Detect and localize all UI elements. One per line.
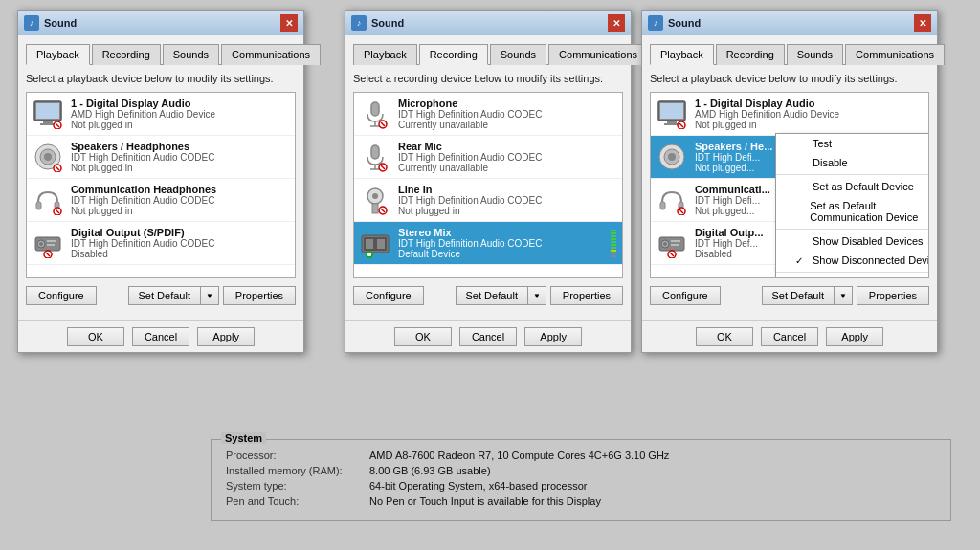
configure-button-3[interactable]: Configure: [650, 286, 721, 305]
device-item[interactable]: 1 - Digital Display Audio AMD High Defin…: [651, 93, 928, 136]
device-item[interactable]: 1 - Digital Display Audio AMD High Defin…: [27, 93, 295, 136]
instructions-3: Select a playback device below to modify…: [650, 73, 929, 84]
svg-rect-19: [47, 244, 55, 246]
tabs-3: Playback Recording Sounds Communications: [650, 43, 929, 65]
context-menu-separator: [776, 229, 929, 230]
system-type-label: System type:: [226, 480, 369, 492]
context-menu-item-show-disconnected[interactable]: ✓ Show Disconnected Devices: [776, 251, 929, 270]
tab-sounds-1[interactable]: Sounds: [163, 44, 219, 65]
dialog-footer-2: OK Cancel Apply: [345, 320, 631, 352]
context-menu-item-set-default-comm[interactable]: Set as Default Communication Device: [776, 196, 929, 227]
spdif-icon-3: [657, 228, 687, 258]
dialog-title-2: Sound: [371, 17, 404, 29]
device-controls-2: Configure Set Default ▼ Properties: [353, 286, 623, 305]
cancel-button-1[interactable]: Cancel: [132, 327, 189, 346]
tab-sounds-3[interactable]: Sounds: [787, 44, 843, 65]
svg-rect-51: [660, 202, 665, 209]
svg-rect-44: [667, 121, 677, 123]
ok-button-3[interactable]: OK: [696, 327, 753, 346]
apply-button-1[interactable]: Apply: [197, 327, 255, 346]
ok-button-2[interactable]: OK: [394, 327, 452, 346]
system-group-label: System: [221, 432, 266, 444]
device-item[interactable]: Microphone IDT High Definition Audio COD…: [354, 93, 622, 136]
device-list-1[interactable]: 1 - Digital Display Audio AMD High Defin…: [26, 92, 296, 278]
svg-point-17: [39, 242, 43, 246]
tab-comm-1[interactable]: Communications: [221, 44, 321, 65]
svg-point-50: [668, 153, 676, 161]
cancel-button-2[interactable]: Cancel: [459, 327, 517, 346]
svg-rect-27: [371, 145, 379, 159]
instructions-2: Select a recording device below to modif…: [353, 73, 623, 84]
properties-button-2[interactable]: Properties: [550, 286, 623, 305]
system-processor-value: AMD A8-7600 Radeon R7, 10 Compute Cores …: [369, 450, 669, 461]
set-default-button-3[interactable]: Set Default: [762, 286, 834, 305]
set-default-arrow-2[interactable]: ▼: [527, 286, 546, 305]
apply-button-3[interactable]: Apply: [826, 327, 883, 346]
titlebar-3: ♪ Sound ✕: [642, 11, 937, 35]
context-menu: Test Disable Set as Default Device Set a…: [775, 133, 929, 278]
headphone-icon: [33, 185, 63, 215]
system-row: Installed memory (RAM): 8.00 GB (6.93 GB…: [226, 465, 936, 476]
ok-button-1[interactable]: OK: [67, 327, 124, 346]
close-button-1[interactable]: ✕: [280, 14, 298, 32]
device-list-3[interactable]: 1 - Digital Display Audio AMD High Defin…: [650, 92, 929, 278]
device-list-2[interactable]: Microphone IDT High Definition Audio COD…: [353, 92, 623, 278]
svg-rect-2: [43, 121, 53, 123]
context-menu-separator: [776, 272, 929, 273]
context-menu-item-show-disabled[interactable]: Show Disabled Devices: [776, 231, 929, 251]
set-default-button-2[interactable]: Set Default: [456, 286, 527, 305]
tabs-1: Playback Recording Sounds Communications: [26, 43, 296, 65]
device-item[interactable]: Communication Headphones IDT High Defini…: [27, 179, 295, 222]
tab-playback-2[interactable]: Playback: [353, 44, 417, 65]
set-default-split-2: Set Default ▼: [456, 286, 546, 305]
properties-button-3[interactable]: Properties: [857, 286, 929, 305]
svg-rect-40: [377, 239, 385, 249]
set-default-arrow-3[interactable]: ▼: [834, 286, 853, 305]
system-processor-label: Processor:: [226, 450, 369, 461]
set-default-button-1[interactable]: Set Default: [128, 286, 200, 305]
tab-recording-3[interactable]: Recording: [716, 44, 785, 65]
context-menu-item-set-default[interactable]: Set as Default Device: [776, 177, 929, 196]
tab-recording-1[interactable]: Recording: [92, 44, 161, 65]
set-default-split-3: Set Default ▼: [762, 286, 853, 305]
svg-rect-58: [671, 240, 680, 242]
context-menu-item-disable[interactable]: Disable: [776, 153, 929, 172]
system-ram-label: Installed memory (RAM):: [226, 465, 369, 476]
speaker-icon: [33, 142, 63, 172]
tab-recording-2[interactable]: Recording: [419, 44, 488, 65]
tab-playback-3[interactable]: Playback: [650, 44, 714, 65]
device-item[interactable]: Digital Output (S/PDIF) IDT High Definit…: [27, 222, 295, 265]
properties-button-1[interactable]: Properties: [223, 286, 296, 305]
tab-comm-3[interactable]: Communications: [845, 44, 945, 65]
system-group: System Processor: AMD A8-7600 Radeon R7,…: [211, 439, 951, 521]
tab-comm-2[interactable]: Communications: [548, 44, 648, 65]
svg-rect-33: [372, 204, 378, 213]
svg-point-41: [367, 252, 372, 257]
set-default-arrow-1[interactable]: ▼: [200, 286, 219, 305]
cancel-button-3[interactable]: Cancel: [761, 327, 818, 346]
system-row: Pen and Touch: No Pen or Touch Input is …: [226, 495, 936, 507]
close-button-2[interactable]: ✕: [608, 14, 625, 32]
system-pen-value: No Pen or Touch Input is available for t…: [369, 495, 601, 507]
device-item[interactable]: Speakers / Headphones IDT High Definitio…: [27, 136, 295, 179]
svg-rect-59: [671, 244, 679, 246]
device-item[interactable]: Rear Mic IDT High Definition Audio CODEC…: [354, 136, 622, 179]
tabs-2: Playback Recording Sounds Communications: [353, 43, 623, 65]
close-button-3[interactable]: ✕: [914, 14, 931, 32]
sound-icon-1: ♪: [24, 15, 39, 31]
linein-icon: [360, 185, 390, 215]
configure-button-1[interactable]: Configure: [26, 286, 97, 305]
monitor-icon-3: [657, 99, 687, 129]
device-controls-3: Configure Set Default ▼ Properties: [650, 286, 929, 305]
device-item[interactable]: Line In IDT High Definition Audio CODEC …: [354, 179, 622, 222]
device-item[interactable]: Stereo Mix IDT High Definition Audio COD…: [354, 222, 622, 265]
context-menu-item-midi[interactable]: About Software MIDI Synthesizer: [776, 275, 929, 278]
tab-playback-1[interactable]: Playback: [26, 44, 90, 65]
apply-button-2[interactable]: Apply: [524, 327, 582, 346]
configure-button-2[interactable]: Configure: [353, 286, 424, 305]
sound-dialog-1: ♪ Sound ✕ Playback Recording Sounds Comm…: [17, 10, 304, 353]
context-menu-item-test[interactable]: Test: [776, 134, 929, 153]
tab-sounds-2[interactable]: Sounds: [490, 44, 546, 65]
dialog-title-1: Sound: [44, 17, 77, 29]
svg-rect-22: [371, 102, 379, 116]
